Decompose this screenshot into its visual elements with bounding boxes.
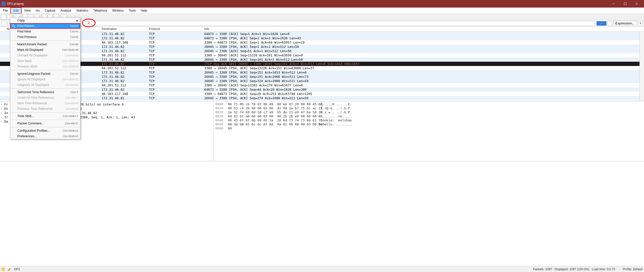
menu-unignore-all: Unignore All DisplayedCtrl+Alt+D [10,82,80,88]
menu-copy-label: Copy [17,19,78,22]
packet-row[interactable]: 172.31.46.82TCP64873 → 3389 [PSH, ACK] S… [0,36,644,40]
menu-copy[interactable]: Copy ▸ [10,18,80,23]
window-title: DP2.pcapng [7,2,608,6]
col-protocol[interactable]: Protocol [147,27,203,31]
packet-row[interactable]: 172.31.46.82TCP26045 → 3389 [PSH, ACK] S… [0,79,644,83]
maximize-icon [624,3,626,5]
packet-row[interactable]: 94.201.52.112TCP3389 → 26045 [ACK] Seq=1… [0,53,644,57]
filter-bar: 2 → Expression... + [0,20,644,27]
packet-row[interactable]: 172.31.46.82TCP64873 → 3389 [ACK] Seq=1 … [0,32,644,36]
svg-point-4 [12,25,14,27]
status-packets: Packets: 1097 · Displayed: 1097 (100.0%)… [533,267,615,271]
maximize-button[interactable] [619,0,631,8]
packet-row[interactable]: 94.201.52.112TCP3389 → 26045 [ACK] Seq=1… [0,83,644,87]
search-icon [12,24,15,28]
packet-scrollbar[interactable] [639,32,644,101]
packet-list-header: No Destination Protocol Info [0,27,644,32]
svg-rect-1 [624,3,626,5]
apply-filter-button[interactable]: → [596,21,607,26]
hex-offsets: 0000001000200030004000500060 [215,102,228,160]
menu-prev-time-ref: Previous Time ReferenceCtrl+Alt+B [10,106,80,112]
packet-list[interactable]: 172.31.46.82TCP64873 → 3389 [ACK] Seq=1 … [0,32,644,101]
menu-unset-all-time: Unset All Time ReferencesCtrl+Alt+T [10,95,80,100]
toolbar-btn-1[interactable] [1,14,7,20]
annotation-label: 2 [88,21,90,24]
menu-analyze[interactable]: Analyze [58,8,74,13]
menu-ignore[interactable]: Ignore/Unignore PacketCtrl+D [10,71,80,77]
menu-telephony[interactable]: Telephony [91,8,110,13]
menu-ignore-all: Ignore All DisplayedCtrl+Shift+D [10,77,80,82]
close-button[interactable] [631,0,642,8]
menu-previous-mark: Previous MarkCtrl+Shift+B [10,64,80,69]
col-info[interactable]: Info [203,27,644,31]
packet-row[interactable]: 172.31.46.82TCP26045 → 3389 [PSH, ACK] S… [0,70,644,75]
packet-row[interactable]: 172.31.46.82TCP26045 → 3389 [PSH, ACK] S… [0,57,644,62]
packet-row[interactable]: 46.183.117.188TCP3389 → 64873 [PSH, ACK]… [0,40,644,45]
packet-row[interactable]: 46.183.117.188TCP3389 → 64873 [PSH, ACK]… [0,92,644,96]
packet-row[interactable]: 172.31.46.82TCP26045 → 3389 [ACK] Seq=51… [0,49,644,53]
menu-next-mark: Next MarkCtrl+Shift+N [10,58,80,64]
packet-row[interactable]: 172.31.46.82TCP[TCP Dup ACK 4#1] 26045 →… [0,62,644,66]
titlebar: DP2.pcapng [0,0,644,8]
packet-row[interactable]: 172.31.46.82TCP26045 → 3389 [PSH, ACK] S… [0,45,644,49]
menubar: File Edit View Go Capture Analyze Statis… [0,8,644,14]
menu-find-packet[interactable]: Find Packet... Ctrl+F [10,23,80,29]
statusbar: DP2 Packets: 1097 · Displayed: 1097 (100… [0,266,644,272]
menu-find-packet-accel: Ctrl+F [70,24,78,27]
menu-unmark-all: Unmark All DisplayedCtrl+Alt+M [10,53,80,58]
minimize-button[interactable] [608,0,619,8]
expert-info-icon[interactable] [2,267,5,271]
menu-set-time-ref[interactable]: Set/Unset Time ReferenceCtrl+T [10,89,80,95]
packet-row[interactable]: 172.31.46.82TCP26045 → 3389 [PSH, ACK] S… [0,75,644,79]
display-filter-input[interactable] [8,21,595,26]
menu-preferences[interactable]: Preferences...Ctrl+Shift+P [10,133,80,139]
empty-area [0,161,644,266]
bottom-panels: › Fr es captured (776 bits) on interface… [0,101,644,161]
status-file: DP2 [14,267,20,271]
svg-line-5 [14,26,15,27]
menu-go[interactable]: Go [33,8,42,13]
hex-dump-pane[interactable]: 0000001000200030004000500060 06 71 09 cb… [214,101,644,161]
menu-file[interactable]: File [1,8,10,13]
hex-bytes: 06 71 09 cb f8 02 06 48 80 e6 d7 20 08 0… [228,102,318,160]
edit-capture-comment-icon[interactable] [8,267,12,271]
hex-ascii: .q.....H ... ..E..S.)@.e. ..!.G.P..R.i.=… [318,102,352,160]
expression-button[interactable]: Expression... [613,21,637,26]
status-profile[interactable]: Profile: Default [623,267,642,271]
add-filter-button[interactable]: + [638,21,643,26]
menu-find-packet-label: Find Packet... [17,24,70,28]
bookmark-filter-icon[interactable] [1,21,7,26]
close-icon [635,3,638,5]
toolbar [0,14,644,20]
packet-row[interactable]: 94.201.52.112TCP3389 → 26045 [PSH, ACK] … [0,66,644,70]
menu-find-previous[interactable]: Find PreviousCtrl+B [10,34,80,40]
menu-capture[interactable]: Capture [42,8,58,13]
menu-statistics[interactable]: Statistics [74,8,91,13]
minimize-icon [612,3,615,5]
menu-view[interactable]: View [22,8,33,13]
col-destination[interactable]: Destination [100,27,147,31]
menu-packet-comment[interactable]: Packet Comment...Ctrl+Alt+C [10,121,80,126]
submenu-arrow-icon: ▸ [76,19,78,22]
menu-config-profiles[interactable]: Configuration Profiles...Ctrl+Shift+A [10,128,80,133]
edit-menu-dropdown: Copy ▸ Find Packet... Ctrl+F Find NextCt… [10,17,80,139]
col-marker [0,27,5,31]
menu-tools[interactable]: Tools [126,8,138,13]
packet-row[interactable]: 172.31.46.82TCP64873 → 3389 [PSH, ACK] S… [0,87,644,92]
menu-next-time-ref: Next Time ReferenceCtrl+Alt+N [10,100,80,106]
packet-row[interactable]: 172.31.46.82TCP26045 → 3389 [PSH, ACK] S… [0,96,644,100]
menu-find-next[interactable]: Find NextCtrl+N [10,29,80,34]
annotation-circle-2: 2 [82,19,96,27]
menu-mark-all[interactable]: Mark All DisplayedCtrl+Shift+M [10,47,80,53]
filter-history-dropdown[interactable] [608,21,612,26]
menu-wireless[interactable]: Wireless [110,8,126,13]
menu-mark-unmark[interactable]: Mark/Unmark PacketCtrl+M [10,42,80,47]
app-icon [2,2,6,6]
menu-time-shift[interactable]: Time Shift...Ctrl+Shift+T [10,113,80,119]
menu-edit[interactable]: Edit [10,7,22,14]
menu-help[interactable]: Help [138,8,150,13]
